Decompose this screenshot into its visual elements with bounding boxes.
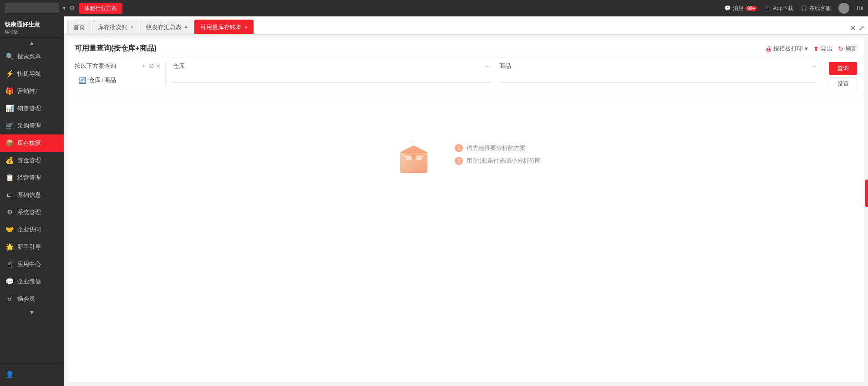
sidebar-scroll-up[interactable]: ▲ (0, 38, 64, 48)
sidebar-item-label-enterprise: 企业协同 (17, 226, 41, 234)
settings-button[interactable]: 设置 (829, 77, 857, 90)
sidebar-item-system[interactable]: ⚙ 系统管理 (0, 204, 64, 221)
sidebar-item-label-wechat: 企业微信 (17, 278, 41, 286)
collapse-scheme-icon[interactable]: « (156, 62, 160, 70)
content-area: 首页库存批次账×收发存汇总表×可用量库存账本× ✕ ⤢ 可用量查询(按仓库+商品… (64, 16, 868, 386)
message-button[interactable]: 💬 消息 99+ (724, 5, 757, 12)
filter-scheme-panel: 按以下方案查询 ＋ ⊙ « 🔄 仓库+商品 (75, 62, 166, 87)
scheme-item-label: 仓库+商品 (89, 76, 116, 84)
export-button[interactable]: ⬆ 导出 (813, 45, 832, 53)
sidebar-item-marketing[interactable]: 🎁 营销推广 (0, 82, 64, 100)
empty-state: ··· 1 请先选择要分析的方案 2 用[过滤]条件来缩小分析范围 (67, 95, 864, 214)
member-icon: V (5, 295, 14, 303)
sidebar-item-operation[interactable]: 📋 经营管理 (0, 169, 64, 186)
sidebar-item-enterprise[interactable]: 🤝 企业协同 (0, 221, 64, 238)
warehouse-more-button[interactable]: ··· (485, 63, 490, 69)
print-icon: 🖨 (765, 45, 772, 52)
tab-label-home: 首页 (73, 23, 85, 31)
empty-tips: 1 请先选择要分析的方案 2 用[过滤]条件来缩小分析范围 (455, 144, 541, 165)
warehouse-input[interactable] (173, 72, 490, 83)
online-service-button[interactable]: 🎧 在线客服 (801, 5, 831, 12)
tab-label-available: 可用量库存账本 (200, 23, 242, 31)
tip-text-2: 用[过滤]条件来缩小分析范围 (467, 157, 541, 165)
goods-label: 商品 (499, 62, 511, 70)
sidebar-item-basic[interactable]: 🗂 基础信息 (0, 186, 64, 204)
filter-scheme-label: 按以下方案查询 (75, 62, 116, 70)
tab-close-summary[interactable]: × (184, 24, 188, 31)
sidebar-logo-title: 畅康通好生意 (5, 21, 59, 29)
query-button[interactable]: 查询 (829, 62, 857, 75)
sidebar-items-list: 🔍 搜索菜单 ⚡ 快捷导航 🎁 营销推广 📊 销售管理 🛒 采购管理 📦 库存核… (0, 48, 64, 308)
edit-scheme-icon[interactable]: ⊙ (149, 62, 154, 70)
add-scheme-icon[interactable]: ＋ (141, 62, 147, 70)
sidebar-item-search[interactable]: 🔍 搜索菜单 (0, 48, 64, 65)
tab-expand-button[interactable]: ⤢ (858, 24, 864, 32)
app-download-button[interactable]: 📱 App下载 (764, 5, 793, 12)
tab-available[interactable]: 可用量库存账本× (194, 20, 254, 34)
sidebar-item-label-finance: 资金管理 (17, 156, 41, 165)
sidebar: 畅康通好生意 标准版 ▲ 🔍 搜索菜单 ⚡ 快捷导航 🎁 营销推广 📊 销售管理… (0, 16, 64, 386)
user-icon: 👤 (5, 371, 14, 379)
filter-scheme-header: 按以下方案查询 ＋ ⊙ « (75, 62, 160, 70)
sidebar-item-member[interactable]: V 畅会员 (0, 290, 64, 308)
print-label: 按模板打印 (773, 45, 803, 53)
sidebar-item-label-system: 系统管理 (17, 208, 41, 216)
sidebar-item-label-member: 畅会员 (17, 295, 35, 303)
print-chevron-icon[interactable]: ▾ (805, 45, 808, 52)
sales-icon: 📊 (5, 104, 14, 113)
sidebar-item-label-operation: 经营管理 (17, 174, 41, 182)
top-bar-search-input[interactable] (5, 3, 59, 13)
sidebar-item-appstore[interactable]: 📱 应用中心 (0, 256, 64, 273)
tip-num-2: 2 (455, 157, 463, 165)
sidebar-item-label-sales: 销售管理 (17, 104, 41, 113)
filter-scheme-actions: ＋ ⊙ « (141, 62, 160, 70)
svg-rect-2 (406, 155, 412, 160)
sidebar-item-shortcut[interactable]: ⚡ 快捷导航 (0, 65, 64, 82)
scheme-item-icon: 🔄 (78, 77, 86, 84)
tab-close-available[interactable]: × (244, 24, 248, 31)
sidebar-item-inventory[interactable]: 📦 库存核算 (0, 134, 64, 152)
goods-input[interactable] (499, 72, 817, 83)
purchase-icon: 🛒 (5, 122, 14, 130)
sidebar-item-finance[interactable]: 💰 资金管理 (0, 152, 64, 169)
username-label: Rit (857, 5, 863, 11)
scheme-item-warehouse-goods[interactable]: 🔄 仓库+商品 (75, 74, 160, 87)
message-icon: 💬 (724, 5, 731, 11)
filter-actions: 查询 设置 (823, 62, 857, 90)
sidebar-item-user[interactable]: 👤 (0, 366, 64, 383)
filter-field-warehouse-label: 仓库 ··· (173, 62, 490, 70)
svg-rect-4 (401, 153, 426, 154)
operation-icon: 📋 (5, 174, 14, 182)
tab-close-batch[interactable]: × (130, 24, 133, 31)
sidebar-item-newbie[interactable]: 🌟 新手引导 (0, 238, 64, 256)
print-button[interactable]: 🖨 按模板打印 ▾ (765, 45, 808, 53)
tab-batch[interactable]: 库存批次账× (92, 20, 139, 34)
industry-solution-button[interactable]: 体验行业方案 (79, 3, 122, 14)
top-bar-chevron-icon[interactable]: ▾ (63, 5, 66, 11)
empty-state-content: ··· 1 请先选择要分析的方案 2 用[过滤]条件来缩小分析范围 (391, 132, 541, 177)
tab-close-button[interactable]: ✕ (850, 24, 856, 32)
empty-tip-1: 1 请先选择要分析的方案 (455, 144, 541, 152)
top-bar-gear-icon[interactable]: ⚙ (69, 5, 75, 12)
tab-bar: 首页库存批次账×收发存汇总表×可用量库存账本× ✕ ⤢ (64, 16, 868, 35)
sidebar-scroll-down[interactable]: ▼ (0, 308, 64, 317)
tab-summary[interactable]: 收发存汇总表× (140, 20, 193, 34)
sidebar-item-purchase[interactable]: 🛒 采购管理 (0, 117, 64, 134)
shortcut-icon: ⚡ (5, 70, 14, 78)
sidebar-item-wechat[interactable]: 💬 企业微信 (0, 273, 64, 290)
warehouse-label: 仓库 (173, 62, 185, 70)
message-label: 消息 (733, 5, 744, 12)
tab-home[interactable]: 首页 (67, 20, 91, 34)
main-layout: 畅康通好生意 标准版 ▲ 🔍 搜索菜单 ⚡ 快捷导航 🎁 营销推广 📊 销售管理… (0, 16, 868, 386)
filter-field-goods-label: 商品 ··· (499, 62, 817, 70)
refresh-button[interactable]: ↻ 刷新 (838, 45, 857, 53)
sidebar-bottom-user: 👤 (0, 363, 64, 386)
sidebar-item-label-newbie: 新手引导 (17, 243, 41, 251)
svg-rect-3 (416, 155, 422, 160)
refresh-icon: ↻ (838, 45, 843, 52)
sidebar-item-sales[interactable]: 📊 销售管理 (0, 100, 64, 117)
tip-num-1: 1 (455, 144, 463, 152)
search-icon: 🔍 (5, 52, 14, 61)
wechat-icon: 💬 (5, 278, 14, 286)
goods-more-button[interactable]: ··· (812, 63, 816, 69)
